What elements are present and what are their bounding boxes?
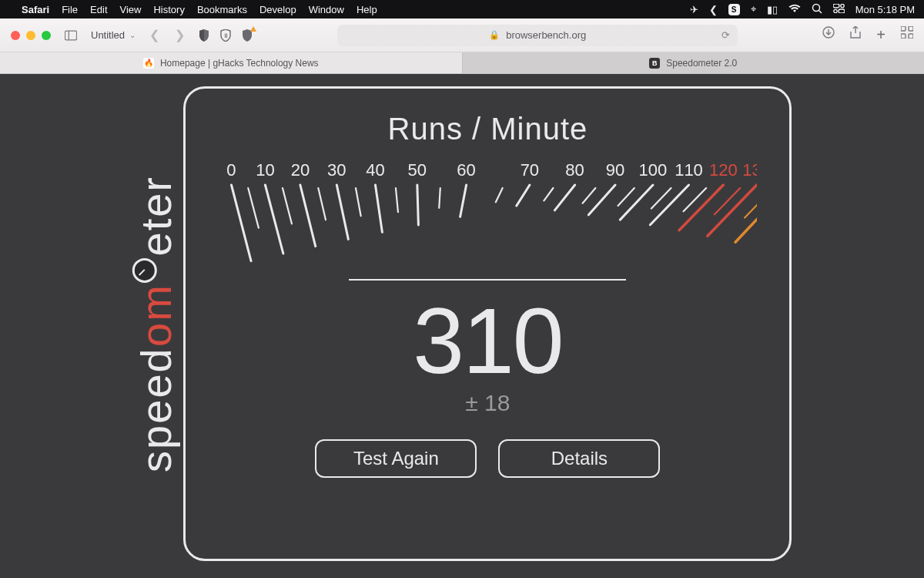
svg-text:40: 40	[367, 160, 385, 180]
back-button[interactable]: ❮	[149, 28, 159, 42]
tab-label: Homepage | gHacks Technology News	[160, 58, 319, 69]
svg-line-56	[735, 185, 757, 242]
wifi-status-icon[interactable]	[788, 4, 801, 15]
svg-line-27	[396, 188, 398, 212]
details-button[interactable]: Details	[498, 439, 660, 478]
svg-rect-2	[833, 4, 839, 8]
svg-text:⏸: ⏸	[223, 32, 229, 39]
app-status-icon[interactable]: S	[728, 4, 740, 15]
svg-line-39	[583, 188, 596, 203]
tab-group-title[interactable]: Untitled ⌄	[91, 29, 136, 41]
gauge-logo-icon	[132, 257, 157, 282]
address-bar[interactable]: 🔒 browserbench.org ⟳	[337, 25, 738, 46]
svg-text:130: 130	[743, 160, 758, 180]
svg-text:110: 110	[675, 160, 704, 180]
svg-line-26	[376, 185, 383, 232]
svg-text:20: 20	[291, 160, 310, 180]
svg-rect-11	[909, 26, 913, 31]
bluetooth-status-icon[interactable]: ⌖	[751, 3, 756, 15]
svg-text:80: 80	[566, 160, 584, 180]
svg-text:70: 70	[521, 160, 539, 180]
svg-line-14	[232, 185, 252, 261]
telegram-status-icon[interactable]: ✈	[690, 4, 698, 15]
window-controls	[11, 31, 51, 40]
svg-line-23	[337, 185, 349, 239]
menu-edit[interactable]: Edit	[90, 4, 107, 15]
macos-menubar: Safari File Edit View History Bookmarks …	[0, 0, 924, 18]
share-icon[interactable]	[850, 26, 861, 44]
svg-line-30	[440, 188, 441, 208]
svg-text:120: 120	[709, 160, 738, 180]
svg-text:0: 0	[227, 160, 236, 180]
tab-speedometer[interactable]: B Speedometer 2.0	[463, 52, 925, 73]
svg-text:60: 60	[457, 160, 476, 180]
svg-point-3	[840, 4, 843, 7]
svg-rect-10	[901, 26, 906, 31]
svg-line-35	[517, 185, 530, 206]
svg-line-42	[618, 188, 634, 206]
menu-help[interactable]: Help	[357, 4, 377, 15]
divider	[349, 279, 626, 281]
svg-point-5	[833, 9, 836, 12]
svg-line-50	[679, 185, 723, 230]
menu-file[interactable]: File	[62, 4, 78, 15]
menu-bookmarks[interactable]: Bookmarks	[197, 4, 247, 15]
minimize-window-button[interactable]	[26, 31, 35, 40]
tab-ghacks[interactable]: 🔥 Homepage | gHacks Technology News	[0, 52, 462, 73]
svg-line-38	[555, 185, 575, 210]
speedometer-logo: speedometer	[132, 168, 178, 480]
fullscreen-window-button[interactable]	[42, 31, 51, 40]
svg-line-1	[819, 10, 822, 13]
lock-icon: 🔒	[489, 30, 500, 40]
tab-overview-icon[interactable]	[901, 26, 913, 44]
confidence-value: ± 18	[465, 390, 510, 416]
downloads-icon[interactable]	[822, 26, 835, 44]
app-name[interactable]: Safari	[22, 4, 49, 15]
svg-line-17	[266, 185, 283, 254]
svg-text:100: 100	[639, 160, 668, 180]
control-center-icon[interactable]	[833, 4, 845, 15]
safari-toolbar: Untitled ⌄ ❮ ❯ ⏸ 🔒 browserbench.org ⟳ +	[0, 18, 924, 52]
result-panel: Runs / Minute 01020304050607080901001101…	[183, 86, 792, 561]
page-content: speedometer Runs / Minute 01020304050607…	[0, 74, 924, 578]
svg-line-41	[589, 185, 616, 215]
svg-rect-6	[65, 31, 76, 40]
svg-rect-12	[901, 34, 906, 39]
menu-develop[interactable]: Develop	[259, 4, 296, 15]
svg-point-0	[812, 4, 819, 11]
sidebar-toggle-icon[interactable]	[65, 30, 77, 41]
tab-strip: 🔥 Homepage | gHacks Technology News B Sp…	[0, 52, 924, 74]
tracker-shield-icon[interactable]: ⏸	[220, 29, 231, 42]
chevron-down-icon: ⌄	[129, 31, 136, 39]
svg-rect-13	[909, 34, 913, 39]
search-status-icon[interactable]	[812, 3, 822, 16]
svg-line-44	[621, 185, 654, 220]
score-value: 310	[413, 294, 562, 387]
battery-status-icon[interactable]: ▮▯	[767, 4, 778, 15]
menu-history[interactable]: History	[153, 4, 184, 15]
svg-line-20	[300, 185, 316, 247]
forward-button[interactable]: ❯	[175, 28, 185, 42]
svg-line-32	[460, 185, 467, 217]
new-tab-icon[interactable]: +	[876, 26, 886, 44]
test-again-button[interactable]: Test Again	[315, 439, 477, 478]
privacy-shield-icon[interactable]	[199, 29, 209, 42]
close-window-button[interactable]	[11, 31, 20, 40]
menu-view[interactable]: View	[120, 4, 142, 15]
menu-window[interactable]: Window	[309, 4, 344, 15]
svg-line-36	[544, 188, 554, 200]
svg-rect-4	[839, 9, 845, 13]
back-status-icon[interactable]: ❮	[709, 4, 718, 15]
ghacks-favicon-icon: 🔥	[143, 58, 154, 69]
address-text: browserbench.org	[506, 29, 586, 41]
svg-text:10: 10	[256, 160, 275, 180]
browserbench-favicon-icon: B	[649, 58, 660, 69]
panel-title: Runs / Minute	[388, 112, 588, 146]
svg-line-15	[249, 188, 259, 228]
extension-shield-icon[interactable]	[242, 29, 253, 42]
svg-line-18	[283, 188, 292, 223]
svg-text:50: 50	[408, 160, 427, 180]
svg-line-33	[496, 188, 503, 202]
menubar-clock[interactable]: Mon 5:18 PM	[855, 4, 915, 15]
reload-icon[interactable]: ⟳	[721, 29, 730, 41]
